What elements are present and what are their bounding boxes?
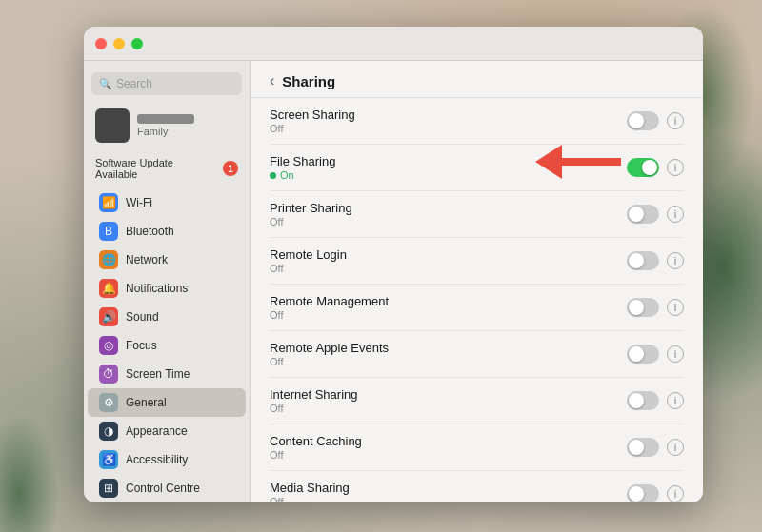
setting-name-remote-login: Remote Login xyxy=(270,247,347,262)
internet-sharing-status-text: Off xyxy=(270,403,283,414)
file-sharing-toggle[interactable] xyxy=(627,158,659,177)
toggle-thumb xyxy=(629,113,644,128)
internet-sharing-controls: i xyxy=(627,391,684,410)
remote-events-status-text: Off xyxy=(270,356,283,367)
main-panel: ‹ Sharing Screen Sharing Off xyxy=(251,61,703,502)
sidebar-item-general[interactable]: ⚙ General xyxy=(88,388,246,417)
setting-status-screen-sharing: Off xyxy=(270,123,355,134)
remote-login-info-button[interactable]: i xyxy=(667,252,684,269)
printer-sharing-toggle[interactable] xyxy=(627,205,659,224)
sidebar-label-bluetooth: Bluetooth xyxy=(126,225,174,238)
sidebar-label-notifications: Notifications xyxy=(126,282,188,295)
toggle-thumb xyxy=(629,440,644,455)
sidebar-label-wifi: Wi-Fi xyxy=(126,196,152,209)
panel-title: Sharing xyxy=(282,73,335,89)
table-row: Media Sharing Off i xyxy=(270,471,684,502)
setting-info-internet-sharing: Internet Sharing Off xyxy=(270,387,358,414)
setting-info-media-sharing: Media Sharing Off xyxy=(270,481,350,502)
setting-status-content-caching: Off xyxy=(270,449,362,461)
remote-login-status-text: Off xyxy=(270,263,283,274)
media-sharing-toggle[interactable] xyxy=(627,484,659,502)
content-caching-info-button[interactable]: i xyxy=(667,439,684,456)
setting-info-remote-login: Remote Login Off xyxy=(270,247,347,274)
setting-info-remote-events: Remote Apple Events Off xyxy=(270,341,389,367)
remote-events-controls: i xyxy=(627,345,684,364)
screen-sharing-controls: i xyxy=(627,111,684,130)
toggle-thumb xyxy=(642,160,657,175)
appearance-icon: ◑ xyxy=(99,422,118,441)
close-button[interactable] xyxy=(95,38,107,49)
remote-events-info-button[interactable]: i xyxy=(667,345,684,363)
traffic-lights xyxy=(95,38,143,49)
sidebar-label-general: General xyxy=(126,396,167,409)
setting-name-media-sharing: Media Sharing xyxy=(270,481,350,495)
remote-login-toggle[interactable] xyxy=(627,251,659,270)
sidebar-item-accessibility[interactable]: ♿ Accessibility xyxy=(88,445,246,474)
sidebar-item-appearance[interactable]: ◑ Appearance xyxy=(88,417,246,445)
remote-mgmt-status-text: Off xyxy=(270,309,283,321)
sound-icon: 🔊 xyxy=(99,307,118,326)
wifi-icon: 📶 xyxy=(99,193,118,212)
setting-info-file-sharing: File Sharing On xyxy=(270,154,335,181)
screen-sharing-toggle[interactable] xyxy=(627,111,659,130)
remote-events-toggle[interactable] xyxy=(627,345,659,364)
accessibility-icon: ♿ xyxy=(99,450,118,469)
sidebar-item-network[interactable]: 🌐 Network xyxy=(88,246,246,274)
internet-sharing-toggle[interactable] xyxy=(627,391,659,410)
remote-login-controls: i xyxy=(627,251,684,270)
sidebar-item-focus[interactable]: ◎ Focus xyxy=(88,331,246,360)
sidebar-label-appearance: Appearance xyxy=(126,424,188,438)
remote-mgmt-controls: i xyxy=(627,298,684,317)
sidebar-label-network: Network xyxy=(126,253,168,266)
back-button[interactable]: ‹ xyxy=(270,72,274,89)
setting-status-remote-login: Off xyxy=(270,263,347,274)
titlebar xyxy=(84,27,703,61)
table-row: File Sharing On i xyxy=(270,145,684,191)
setting-name-remote-events: Remote Apple Events xyxy=(270,341,389,355)
setting-name-internet-sharing: Internet Sharing xyxy=(270,387,358,402)
sidebar-label-focus: Focus xyxy=(126,339,157,352)
setting-status-internet-sharing: Off xyxy=(270,403,358,414)
sidebar-item-bluetooth[interactable]: B Bluetooth xyxy=(88,217,246,246)
content-caching-toggle[interactable] xyxy=(627,438,659,457)
control-icon: ⊞ xyxy=(99,479,118,498)
file-sharing-controls: i xyxy=(627,158,684,177)
focus-icon: ◎ xyxy=(99,336,118,355)
setting-info-printer-sharing: Printer Sharing Off xyxy=(270,201,352,227)
update-text: Software Update Available xyxy=(95,157,217,180)
minimize-button[interactable] xyxy=(113,38,125,49)
table-row: Printer Sharing Off i xyxy=(270,191,684,238)
user-section[interactable]: Family xyxy=(84,103,250,148)
sidebar-item-screentime[interactable]: ⏱ Screen Time xyxy=(88,360,246,388)
toggle-thumb xyxy=(629,346,644,362)
table-row: Remote Login Off i xyxy=(270,238,684,285)
remote-mgmt-toggle[interactable] xyxy=(627,298,659,317)
sidebar-label-accessibility: Accessibility xyxy=(126,453,188,466)
general-icon: ⚙ xyxy=(99,393,118,412)
internet-sharing-info-button[interactable]: i xyxy=(667,392,684,409)
sidebar-item-sound[interactable]: 🔊 Sound xyxy=(88,303,246,331)
sidebar-item-wifi[interactable]: 📶 Wi-Fi xyxy=(88,188,246,217)
file-sharing-info-button[interactable]: i xyxy=(667,159,684,176)
network-icon: 🌐 xyxy=(99,250,118,269)
sidebar-item-notifications[interactable]: 🔔 Notifications xyxy=(88,274,246,303)
search-placeholder: Search xyxy=(116,77,152,90)
notifications-icon: 🔔 xyxy=(99,279,118,298)
screen-sharing-info-button[interactable]: i xyxy=(667,112,684,129)
software-update-banner[interactable]: Software Update Available 1 xyxy=(84,152,250,185)
setting-status-remote-events: Off xyxy=(270,356,389,367)
remote-mgmt-info-button[interactable]: i xyxy=(667,299,684,316)
setting-name-screen-sharing: Screen Sharing xyxy=(270,108,355,122)
apple-id-label xyxy=(137,114,194,124)
media-sharing-info-button[interactable]: i xyxy=(667,485,684,502)
setting-info-remote-mgmt: Remote Management Off xyxy=(270,294,389,321)
search-bar[interactable]: 🔍 Search xyxy=(91,72,242,95)
setting-name-printer-sharing: Printer Sharing xyxy=(270,201,352,215)
arrow-head xyxy=(535,145,562,179)
sidebar-item-control[interactable]: ⊞ Control Centre xyxy=(88,474,246,502)
toggle-thumb xyxy=(629,207,644,222)
screentime-icon: ⏱ xyxy=(99,365,118,384)
toggle-thumb xyxy=(629,253,644,268)
printer-sharing-info-button[interactable]: i xyxy=(667,206,684,223)
maximize-button[interactable] xyxy=(131,38,143,49)
